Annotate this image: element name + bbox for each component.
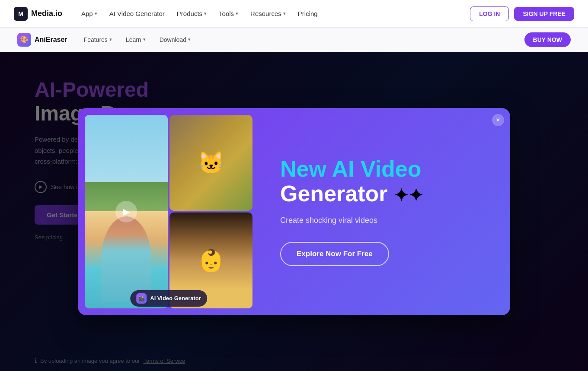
- chevron-down-icon: ▾: [204, 11, 207, 16]
- buy-now-button[interactable]: BUY NOW: [524, 32, 571, 47]
- chevron-down-icon: ▾: [236, 11, 238, 16]
- nav-pricing[interactable]: Pricing: [293, 6, 323, 21]
- sub-nav-features[interactable]: Features ▾: [78, 34, 118, 46]
- nav-resources[interactable]: Resources ▾: [245, 6, 291, 21]
- logo[interactable]: M Media.io: [14, 7, 62, 21]
- nav-right: LOG IN SIGN UP FREE: [470, 6, 574, 21]
- explore-now-button[interactable]: Explore Now For Free: [280, 242, 389, 266]
- video-play-icon[interactable]: ▶: [115, 201, 137, 222]
- nav-products[interactable]: Products ▾: [172, 6, 212, 21]
- modal-image-grid: ▶ 🐱 👶 🎬 AI Video Generato: [78, 108, 259, 315]
- beach-image: ▶: [85, 115, 168, 308]
- modal-title: New AI Video Generator ✦✦: [280, 157, 489, 206]
- chevron-down-icon: ▾: [109, 37, 112, 42]
- chevron-down-icon: ▾: [95, 11, 97, 16]
- sparkle-icon: ✦✦: [394, 186, 423, 205]
- top-navigation: M Media.io App ▾ AI Video Generator Prod…: [0, 0, 588, 28]
- modal-close-button[interactable]: ×: [492, 114, 504, 126]
- ai-video-generator-badge: 🎬 AI Video Generator: [130, 290, 207, 307]
- sub-nav-download[interactable]: Download ▾: [153, 34, 197, 46]
- ai-badge-icon: 🎬: [136, 293, 147, 304]
- login-button[interactable]: LOG IN: [470, 6, 509, 21]
- chevron-down-icon: ▾: [143, 37, 146, 42]
- chevron-down-icon: ▾: [188, 37, 191, 42]
- nav-app[interactable]: App ▾: [76, 6, 102, 21]
- brand-name: Media.io: [31, 9, 62, 18]
- anieraser-name: AniEraser: [35, 36, 67, 44]
- nav-tools[interactable]: Tools ▾: [214, 6, 243, 21]
- cat-image: 🐱: [169, 115, 252, 211]
- modal-content: New AI Video Generator ✦✦ Create shockin…: [259, 108, 510, 315]
- anieraser-icon: 🎨: [17, 33, 31, 47]
- modal-subtitle: Create shocking viral videos: [280, 215, 489, 226]
- sub-nav-learn[interactable]: Learn ▾: [120, 34, 152, 46]
- modal-overlay[interactable]: × ▶: [0, 52, 588, 371]
- chevron-down-icon: ▾: [283, 11, 286, 16]
- signup-button[interactable]: SIGN UP FREE: [514, 7, 574, 21]
- nav-ai-video-generator[interactable]: AI Video Generator: [104, 6, 170, 21]
- sub-nav-links: Features ▾ Learn ▾ Download ▾: [78, 34, 521, 46]
- logo-icon: M: [14, 7, 28, 21]
- nav-left: M Media.io App ▾ AI Video Generator Prod…: [14, 6, 323, 21]
- hero-section: AI-Powered Image Remover Powered by deep…: [0, 52, 588, 371]
- anieraser-brand[interactable]: 🎨 AniEraser: [17, 33, 67, 47]
- sub-navigation: 🎨 AniEraser Features ▾ Learn ▾ Download …: [0, 28, 588, 52]
- nav-links: App ▾ AI Video Generator Products ▾ Tool…: [76, 6, 323, 21]
- modal-dialog: × ▶: [78, 108, 510, 315]
